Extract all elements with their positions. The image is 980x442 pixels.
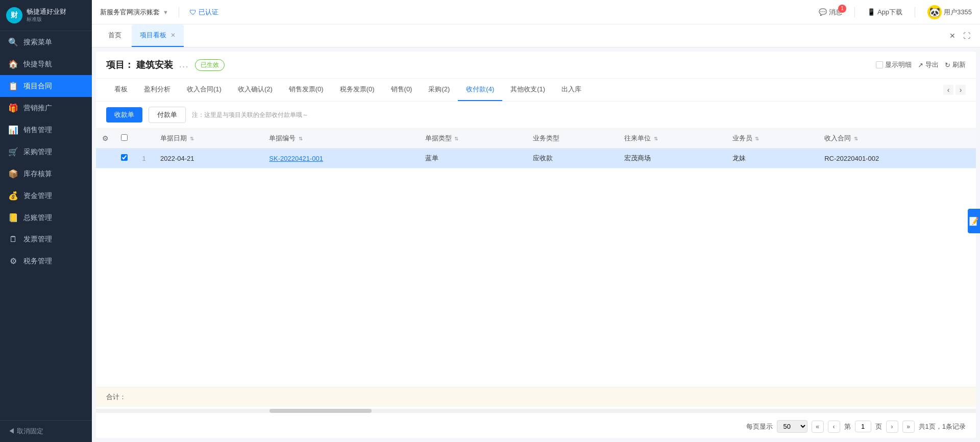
export-icon: ↗ bbox=[918, 61, 923, 69]
sub-tabs-prev-btn[interactable]: ‹ bbox=[943, 85, 953, 95]
sidebar-item-ledger[interactable]: 📒 总账管理 bbox=[0, 207, 92, 229]
sidebar-item-purchase[interactable]: 🛒 采购管理 bbox=[0, 141, 92, 163]
td-index: 1 bbox=[134, 149, 154, 168]
checkbox-icon bbox=[876, 61, 883, 68]
project-selector[interactable]: 新服务官网演示账套 ▼ bbox=[100, 8, 168, 17]
export-button[interactable]: ↗ 导出 bbox=[918, 60, 939, 69]
sidebar-item-project[interactable]: 📋 项目合同 bbox=[0, 75, 92, 97]
app-download-button[interactable]: 📱 App下载 bbox=[867, 8, 902, 17]
project-selector-name: 新服务官网演示账套 bbox=[100, 8, 160, 17]
sidebar-item-tax[interactable]: ⚙ 税务管理 bbox=[0, 250, 92, 272]
select-all-checkbox[interactable] bbox=[121, 134, 128, 141]
sidebar-item-invoice[interactable]: 🗒 发票管理 bbox=[0, 229, 92, 250]
project-header: 项目： 建筑安装 ... 已生效 显示明细 ↗ 导出 ↻ 刷新 bbox=[96, 52, 976, 79]
main-area: 新服务官网演示账套 ▼ 🛡 已认证 💬 消息 1 📱 App下载 🐼 用户335… bbox=[92, 0, 980, 442]
sort-icon: ⇅ bbox=[299, 136, 303, 141]
header-actions: 💬 消息 1 📱 App下载 🐼 用户3355 bbox=[819, 5, 972, 19]
page-number-input[interactable] bbox=[855, 421, 871, 432]
th-date[interactable]: 单据日期 ⇅ bbox=[154, 129, 263, 149]
sidebar-item-quicknav[interactable]: 🏠 快捷导航 bbox=[0, 53, 92, 75]
table-row[interactable]: 1 2022-04-21 SK-20220421-001 蓝单 应收款 宏茂商场… bbox=[96, 149, 976, 168]
sidebar-item-label: 税务管理 bbox=[23, 257, 52, 266]
prev-page-button[interactable]: ‹ bbox=[828, 421, 840, 433]
project-prefix: 项目： bbox=[106, 60, 134, 70]
home-icon: 🏠 bbox=[8, 59, 18, 69]
payment-tab-button[interactable]: 付款单 bbox=[149, 107, 186, 123]
page-size-select[interactable]: 50 100 200 bbox=[777, 420, 807, 433]
last-page-button[interactable]: » bbox=[902, 421, 915, 433]
gear-icon[interactable]: ⚙ bbox=[102, 134, 109, 142]
td-checkbox bbox=[115, 149, 134, 168]
row-checkbox[interactable] bbox=[121, 154, 128, 161]
doc-link[interactable]: SK-20220421-001 bbox=[269, 155, 323, 162]
right-float-btn[interactable]: 📝 bbox=[968, 209, 980, 233]
show-detail-label: 显示明细 bbox=[885, 60, 912, 69]
certified-badge: 🛡 已认证 bbox=[189, 8, 218, 17]
sort-icon: ⇅ bbox=[854, 136, 858, 141]
th-partner[interactable]: 往来单位 ⇅ bbox=[618, 129, 726, 149]
scrollbar-thumb[interactable] bbox=[270, 409, 372, 413]
th-type[interactable]: 单据类型 ⇅ bbox=[419, 129, 527, 149]
tab-home[interactable]: 首页 bbox=[100, 24, 130, 47]
sidebar-item-label: 发票管理 bbox=[23, 235, 52, 244]
horizontal-scrollbar[interactable] bbox=[96, 409, 976, 413]
sub-tab-board[interactable]: 看板 bbox=[106, 79, 136, 101]
total-pages-info: 共1页，1条记录 bbox=[919, 422, 966, 431]
project-title: 项目： 建筑安装 bbox=[106, 59, 173, 71]
project-more-button[interactable]: ... bbox=[179, 60, 189, 69]
messages-button[interactable]: 💬 消息 1 bbox=[819, 8, 842, 17]
td-partner: 宏茂商场 bbox=[618, 149, 726, 168]
page-size-label: 每页显示 bbox=[746, 422, 773, 431]
receipt-tab-button[interactable]: 收款单 bbox=[106, 107, 142, 122]
user-menu[interactable]: 🐼 用户3355 bbox=[927, 5, 972, 19]
th-index bbox=[134, 129, 154, 149]
sub-tab-inout[interactable]: 出入库 bbox=[553, 79, 590, 101]
sub-tab-purchase[interactable]: 采购(2) bbox=[420, 79, 458, 101]
table-wrapper: ⚙ 单据日期 ⇅ 单据编号 ⇅ bbox=[96, 129, 976, 387]
close-window-button[interactable]: ✕ bbox=[947, 31, 958, 41]
show-detail-checkbox[interactable]: 显示明细 bbox=[876, 60, 912, 69]
sub-tab-profit[interactable]: 盈利分析 bbox=[136, 79, 179, 101]
next-page-button[interactable]: › bbox=[886, 421, 898, 433]
invoice-icon: 🗒 bbox=[8, 235, 18, 244]
first-page-button[interactable]: « bbox=[812, 421, 824, 433]
user-avatar: 🐼 bbox=[927, 5, 942, 19]
export-label: 导出 bbox=[925, 60, 939, 69]
refresh-button[interactable]: ↻ 刷新 bbox=[945, 60, 966, 69]
sidebar-item-finance[interactable]: 💰 资金管理 bbox=[0, 185, 92, 207]
tab-project-board[interactable]: 项目看板 ✕ bbox=[132, 24, 184, 47]
table-header-row: ⚙ 单据日期 ⇅ 单据编号 ⇅ bbox=[96, 129, 976, 149]
table-footer: 合计： 每页显示 50 100 200 « ‹ 第 页 › » 共1页，1条记录 bbox=[96, 387, 976, 438]
th-code[interactable]: 单据编号 ⇅ bbox=[263, 129, 419, 149]
sidebar-menu: 🔍 搜索菜单 🏠 快捷导航 📋 项目合同 🎁 营销推广 📊 销售管理 🛒 采购管… bbox=[0, 31, 92, 420]
ledger-icon: 📒 bbox=[8, 213, 18, 223]
header-divider bbox=[179, 7, 179, 17]
th-contract[interactable]: 收入合同 ⇅ bbox=[818, 129, 976, 149]
pagination: 每页显示 50 100 200 « ‹ 第 页 › » 共1页，1条记录 bbox=[96, 415, 976, 438]
sort-icon: ⇅ bbox=[190, 136, 194, 141]
sub-tab-sales-invoice[interactable]: 销售发票(0) bbox=[281, 79, 332, 101]
sub-tab-other[interactable]: 其他收支(1) bbox=[502, 79, 553, 101]
sub-tab-income-contract[interactable]: 收入合同(1) bbox=[179, 79, 230, 101]
th-salesman[interactable]: 业务员 ⇅ bbox=[726, 129, 819, 149]
sidebar-unpin[interactable]: ◀ 取消固定 bbox=[0, 420, 92, 442]
sub-tab-payment[interactable]: 收付款(4) bbox=[458, 79, 502, 101]
close-icon[interactable]: ✕ bbox=[170, 32, 176, 39]
sidebar-item-inventory[interactable]: 📦 库存核算 bbox=[0, 163, 92, 185]
sidebar-item-search[interactable]: 🔍 搜索菜单 bbox=[0, 31, 92, 53]
total-label: 合计： bbox=[106, 392, 126, 402]
sub-tabs-next-btn[interactable]: › bbox=[955, 85, 966, 95]
sidebar-unpin-label: ◀ 取消固定 bbox=[8, 427, 43, 436]
content-area: 项目： 建筑安装 ... 已生效 显示明细 ↗ 导出 ↻ 刷新 bbox=[96, 52, 976, 438]
maximize-window-button[interactable]: ⛶ bbox=[962, 31, 972, 41]
th-checkbox bbox=[115, 129, 134, 149]
sidebar-item-marketing[interactable]: 🎁 营销推广 bbox=[0, 97, 92, 119]
th-gear[interactable]: ⚙ bbox=[96, 129, 115, 149]
sidebar-item-sales[interactable]: 📊 销售管理 bbox=[0, 119, 92, 141]
page-label: 第 bbox=[844, 422, 851, 431]
sub-tab-sales[interactable]: 销售(0) bbox=[383, 79, 421, 101]
certified-label: 已认证 bbox=[199, 8, 218, 17]
sidebar-logo: 财 畅捷通好业财 标准版 bbox=[0, 0, 92, 31]
sub-tab-tax-invoice[interactable]: 税务发票(0) bbox=[332, 79, 383, 101]
sub-tab-income-confirm[interactable]: 收入确认(2) bbox=[230, 79, 281, 101]
